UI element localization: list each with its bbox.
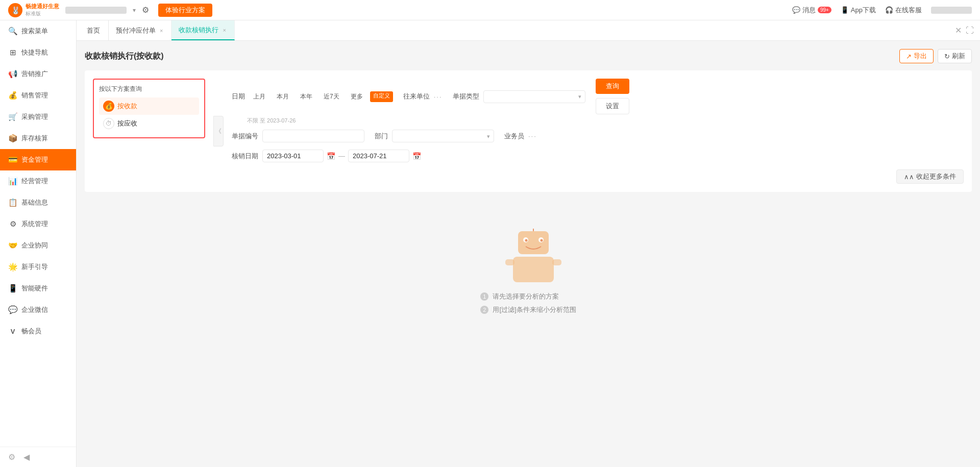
date-btn-this-year[interactable]: 本年 — [296, 91, 316, 102]
filter-option-by-receipt[interactable]: 💰 按收款 — [99, 97, 199, 115]
tab-close-icon[interactable]: ✕ — [955, 26, 962, 35]
sales-icon: 💰 — [8, 91, 17, 100]
sidebar-item-hardware[interactable]: 📱 智能硬件 — [0, 278, 76, 299]
message-button[interactable]: 💬 消息 99+ — [792, 6, 831, 15]
guide-icon: 🌟 — [8, 262, 17, 272]
sidebar-settings-icon[interactable]: ⚙ — [8, 452, 15, 462]
sidebar-label-purchase: 采购管理 — [21, 112, 48, 121]
export-button[interactable]: ↗ 导出 — [899, 49, 934, 63]
finance-icon: 💳 — [8, 155, 17, 164]
tip-num-2: 2 — [480, 306, 488, 314]
purchase-icon: 🛒 — [8, 112, 17, 121]
dept-select[interactable] — [392, 130, 494, 142]
solution-button[interactable]: 体验行业方案 — [158, 4, 212, 17]
partner-label: 往来单位 — [403, 92, 430, 101]
sidebar-item-system[interactable]: ⚙ 系统管理 — [0, 213, 76, 235]
doc-type-select[interactable] — [483, 90, 585, 103]
filter-collapse-toggle[interactable]: 《 — [213, 116, 224, 146]
svg-point-3 — [525, 239, 528, 242]
doc-type-field: 单据类型 — [453, 90, 585, 103]
query-button[interactable]: 查询 — [596, 79, 629, 94]
filter-panel: 按以下方案查询 💰 按收款 ⏱ 按应收 《 — [85, 70, 972, 192]
message-icon: 💬 — [792, 6, 800, 14]
verify-date-start-input[interactable] — [262, 150, 324, 162]
sidebar-collapse-icon[interactable]: ◀ — [23, 452, 30, 462]
sidebar-item-wechat[interactable]: 💬 企业微信 — [0, 299, 76, 321]
staff-dots: ··· — [528, 132, 537, 140]
logo-icon: 🐰 — [8, 3, 22, 17]
sidebar-item-member[interactable]: V 畅会员 — [0, 321, 76, 342]
tab-home[interactable]: 首页 — [79, 20, 109, 40]
collapse-chevron-icon: ∧∧ — [904, 173, 914, 181]
dropdown-icon[interactable]: ▾ — [133, 7, 136, 14]
settings-button[interactable]: 设置 — [596, 98, 629, 114]
tab-home-label: 首页 — [87, 26, 100, 35]
filter-type-selector: 按以下方案查询 💰 按收款 ⏱ 按应收 — [93, 79, 205, 138]
sidebar-label-guide: 新手引导 — [21, 262, 48, 272]
filter-option-receipt-label: 按收款 — [117, 102, 137, 111]
calendar-start-icon[interactable]: 📅 — [327, 152, 335, 160]
refresh-button[interactable]: ↻ 刷新 — [938, 49, 972, 63]
partner-dots: ··· — [434, 93, 443, 101]
doc-no-field: 单据编号 — [232, 130, 364, 142]
tab-prepay-close[interactable]: × — [159, 27, 164, 35]
online-service-button[interactable]: 🎧 在线客服 — [885, 6, 922, 15]
doc-type-select-wrapper — [483, 90, 585, 103]
date-btn-more[interactable]: 更多 — [347, 91, 367, 102]
filter-option-by-receivable[interactable]: ⏱ 按应收 — [99, 115, 199, 132]
collapse-more-label: 收起更多条件 — [916, 172, 956, 181]
online-service-label: 在线客服 — [895, 6, 922, 15]
main-layout: 🔍 搜索菜单 ⊞ 快捷导航 📢 营销推广 💰 销售管理 🛒 采购管理 📦 库存核… — [0, 20, 980, 467]
app-logo: 🐰 畅捷通好生意 标准版 — [8, 3, 59, 17]
content-area: 首页 预付冲应付单 × 收款核销执行 × ✕ ⛶ 收款核销执行(按收款) — [77, 20, 980, 467]
marketing-icon: 📢 — [8, 69, 17, 79]
date-btn-7days[interactable]: 近7天 — [320, 91, 344, 102]
sidebar-item-shortcut[interactable]: ⊞ 快捷导航 — [0, 42, 76, 63]
sidebar-item-sales[interactable]: 💰 销售管理 — [0, 85, 76, 106]
page-header: 收款核销执行(按收款) ↗ 导出 ↻ 刷新 — [85, 49, 972, 63]
tab-bar: 首页 预付冲应付单 × 收款核销执行 × ✕ ⛶ — [77, 20, 980, 41]
collapse-more-button[interactable]: ∧∧ 收起更多条件 — [896, 169, 964, 184]
page-content: 收款核销执行(按收款) ↗ 导出 ↻ 刷新 按以 — [77, 41, 980, 467]
doc-no-label: 单据编号 — [232, 132, 258, 141]
sidebar-item-cooperation[interactable]: 🤝 企业协同 — [0, 235, 76, 256]
sidebar-item-finance[interactable]: 💳 资金管理 — [0, 149, 76, 170]
brand-name: 畅捷通好生意 — [26, 3, 59, 10]
empty-tip-2: 2 用[过滤]条件来缩小分析范围 — [480, 303, 576, 316]
gear-icon[interactable]: ⚙ — [142, 5, 152, 15]
date-custom-tag[interactable]: 自定义 — [370, 91, 393, 102]
doc-no-input[interactable] — [262, 130, 364, 142]
app-download-button[interactable]: 📱 App下载 — [841, 6, 876, 15]
date-btn-last-month[interactable]: 上月 — [249, 91, 270, 102]
tab-expand-icon[interactable]: ⛶ — [966, 26, 974, 35]
verify-date-end-input[interactable] — [348, 150, 409, 162]
sidebar-label-wechat: 企业微信 — [21, 305, 48, 314]
sidebar-item-search[interactable]: 🔍 搜索菜单 — [0, 20, 76, 42]
basic-icon: 📋 — [8, 198, 17, 207]
download-icon: 📱 — [841, 6, 849, 14]
brand-version: 标准版 — [26, 10, 59, 17]
tab-prepay[interactable]: 预付冲应付单 × — [109, 20, 172, 40]
tab-verify-close[interactable]: × — [222, 26, 227, 34]
sidebar-item-purchase[interactable]: 🛒 采购管理 — [0, 106, 76, 128]
message-badge: 99+ — [818, 7, 831, 13]
sidebar-item-inventory[interactable]: 📦 库存核算 — [0, 128, 76, 149]
svg-rect-9 — [552, 259, 561, 265]
sidebar-item-guide[interactable]: 🌟 新手引导 — [0, 256, 76, 278]
sidebar-item-business[interactable]: 📊 经营管理 — [0, 170, 76, 192]
calendar-end-icon[interactable]: 📅 — [412, 152, 421, 160]
top-bar-right: 💬 消息 99+ 📱 App下载 🎧 在线客服 — [792, 6, 972, 15]
sidebar-item-marketing[interactable]: 📢 营销推广 — [0, 63, 76, 85]
sidebar-item-basic[interactable]: 📋 基础信息 — [0, 192, 76, 213]
tab-verify[interactable]: 收款核销执行 × — [172, 20, 234, 40]
verify-date-label: 核销日期 — [232, 152, 258, 161]
date-btn-this-month[interactable]: 本月 — [273, 91, 293, 102]
sidebar-label-system: 系统管理 — [21, 219, 48, 229]
workspace-name — [65, 7, 127, 14]
date-label: 日期 — [232, 92, 245, 101]
sidebar-label-member: 畅会员 — [21, 327, 41, 336]
filter-option-receivable-label: 按应收 — [117, 119, 137, 128]
query-settings: 查询 设置 — [596, 79, 629, 114]
page-title: 收款核销执行(按收款) — [85, 51, 164, 62]
tab-bar-right: ✕ ⛶ — [955, 26, 978, 35]
